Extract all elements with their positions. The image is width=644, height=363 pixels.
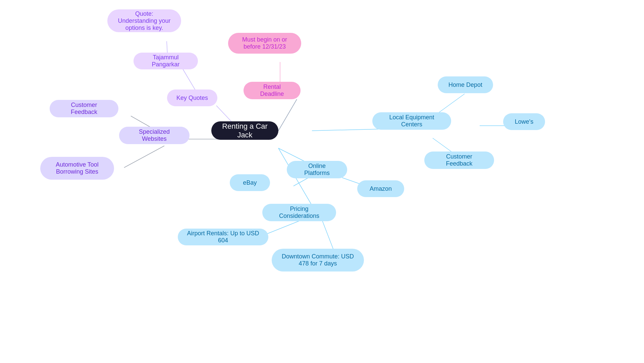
svg-line-0 xyxy=(278,99,297,131)
home-depot-label: Home Depot xyxy=(448,81,482,88)
must-begin-label: Must begin on or before 12/31/23 xyxy=(236,36,293,50)
amazon-label: Amazon xyxy=(370,185,392,192)
airport-rentals-node: Airport Rentals: Up to USD 604 xyxy=(178,229,268,245)
customer-feedback-right-label: Customer Feedback xyxy=(432,153,486,167)
rental-deadline-node: Rental Deadline xyxy=(244,82,301,99)
customer-feedback-left-node: Customer Feedback xyxy=(50,100,118,117)
center-node: Renting a Car Jack xyxy=(211,121,278,140)
local-equipment-node: Local Equipment Centers xyxy=(372,112,451,130)
online-platforms-node: Online Platforms xyxy=(287,161,347,178)
home-depot-node: Home Depot xyxy=(438,76,493,93)
local-equipment-label: Local Equipment Centers xyxy=(380,114,443,128)
key-quotes-label: Key Quotes xyxy=(176,95,208,102)
rental-deadline-label: Rental Deadline xyxy=(252,83,292,98)
tajammul-label: Tajammul Pangarkar xyxy=(142,54,190,68)
customer-feedback-right-node: Customer Feedback xyxy=(424,152,494,169)
automotive-tool-node: Automotive Tool Borrowing Sites xyxy=(40,157,114,180)
automotive-tool-label: Automotive Tool Borrowing Sites xyxy=(48,161,106,175)
lowes-node: Lowe's xyxy=(503,113,545,130)
must-begin-node: Must begin on or before 12/31/23 xyxy=(228,33,301,54)
ebay-node: eBay xyxy=(230,174,270,191)
customer-feedback-left-label: Customer Feedback xyxy=(58,102,110,116)
downtown-commute-label: Downtown Commute: USD 478 for 7 days xyxy=(280,253,356,267)
svg-line-15 xyxy=(278,148,315,211)
pricing-node: Pricing Considerations xyxy=(262,204,336,221)
specialized-websites-node: Specialized Websites xyxy=(119,127,190,144)
airport-rentals-label: Airport Rentals: Up to USD 604 xyxy=(186,230,260,244)
center-label: Renting a Car Jack xyxy=(219,122,270,139)
amazon-node: Amazon xyxy=(357,180,404,197)
svg-line-9 xyxy=(293,178,309,186)
svg-line-7 xyxy=(124,146,164,168)
downtown-commute-node: Downtown Commute: USD 478 for 7 days xyxy=(272,249,364,271)
quote-label: Quote: Understanding your options is key… xyxy=(115,10,173,32)
svg-line-16 xyxy=(265,220,302,235)
specialized-websites-label: Specialized Websites xyxy=(127,128,181,142)
svg-line-11 xyxy=(312,129,381,131)
tajammul-node: Tajammul Pangarkar xyxy=(133,53,198,69)
lowes-label: Lowe's xyxy=(515,118,533,125)
key-quotes-node: Key Quotes xyxy=(167,89,217,106)
online-platforms-label: Online Platforms xyxy=(295,163,339,177)
quote-node: Quote: Understanding your options is key… xyxy=(107,9,181,32)
pricing-label: Pricing Considerations xyxy=(270,205,328,220)
ebay-label: eBay xyxy=(243,179,257,186)
